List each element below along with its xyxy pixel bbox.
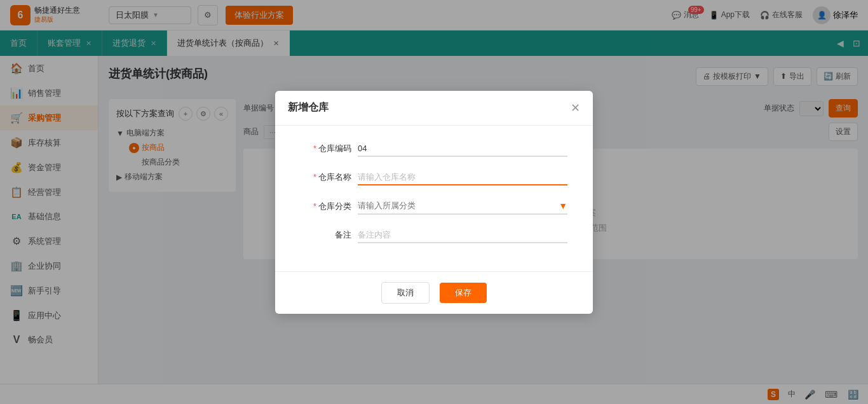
code-label: 仓库编码 [301, 143, 351, 154]
name-label: 仓库名称 [301, 172, 351, 183]
category-select-row[interactable]: ▼ [358, 198, 567, 215]
notes-input[interactable] [358, 227, 567, 243]
form-row-name: 仓库名称 [301, 170, 567, 185]
form-row-category: 仓库分类 ▼ [301, 198, 567, 215]
form-row-notes: 备注 [301, 227, 567, 243]
category-dropdown-arrow: ▼ [559, 201, 567, 211]
notes-label: 备注 [301, 229, 351, 241]
category-input[interactable] [358, 201, 559, 210]
dialog-close-btn[interactable]: ✕ [571, 101, 580, 115]
form-row-code: 仓库编码 [301, 141, 567, 157]
name-input[interactable] [358, 170, 567, 185]
dialog-title: 新增仓库 [288, 101, 329, 114]
modal-overlay: 新增仓库 ✕ 仓库编码 仓库名称 仓库分类 ▼ 备注 [0, 0, 868, 404]
dialog-body: 仓库编码 仓库名称 仓库分类 ▼ 备注 [275, 126, 593, 271]
dialog-header: 新增仓库 ✕ [275, 91, 593, 126]
save-button[interactable]: 保存 [440, 283, 487, 303]
dialog-footer: 取消 保存 [275, 271, 593, 314]
cancel-button[interactable]: 取消 [381, 282, 430, 304]
new-warehouse-dialog: 新增仓库 ✕ 仓库编码 仓库名称 仓库分类 ▼ 备注 [275, 91, 593, 314]
code-input[interactable] [358, 141, 567, 157]
category-label: 仓库分类 [301, 201, 351, 212]
